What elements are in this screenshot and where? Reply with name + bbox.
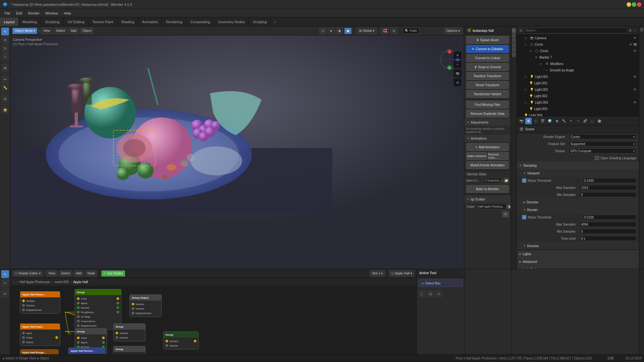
right-strip-btn-3[interactable] xyxy=(512,38,516,42)
node-apple-half-input[interactable]: Apple Half Input... Input Scale Space xyxy=(20,323,60,346)
minimize-button[interactable] xyxy=(627,2,631,7)
render-engine-select[interactable]: Cycles ▾ xyxy=(569,134,636,139)
add-menu-button[interactable]: Add xyxy=(69,28,79,34)
tab-geometry-nodes[interactable]: Geometry Nodes xyxy=(214,17,249,26)
eye-icon-2[interactable]: 👁 xyxy=(628,43,633,46)
outliner-item-light004[interactable]: 💡 Light.004 xyxy=(517,112,639,116)
max-samples-value[interactable]: 1024 xyxy=(580,185,637,190)
convert-editable-button[interactable]: ✎ Convert to Editable xyxy=(466,45,509,53)
tool-cursor[interactable]: ⊕ xyxy=(1,95,9,103)
node-node-menu[interactable]: Node xyxy=(85,270,97,277)
eye-icon[interactable]: 👁 xyxy=(632,36,638,40)
remove-duplicate-button[interactable]: Remove Duplicate Data xyxy=(466,110,509,117)
outliner-item-light002-2[interactable]: 💡 Light.002 xyxy=(517,93,639,99)
select-box-btn[interactable]: ▭ Select Box xyxy=(419,279,463,287)
outliner-search-input[interactable] xyxy=(524,28,628,33)
random-transform-button[interactable]: Random Transform xyxy=(466,72,509,80)
view-menu-button[interactable]: View xyxy=(41,28,52,34)
viewport-shading-wire[interactable]: ⬡ xyxy=(319,28,327,34)
viewport-subsection[interactable]: ▼ Viewport xyxy=(517,169,639,177)
outliner-item-camera[interactable]: ▷ 📷 Camera 👁 xyxy=(517,35,639,41)
min-samples-r-value[interactable]: 0 xyxy=(580,229,637,234)
node-select-menu[interactable]: Select xyxy=(59,270,72,277)
prop-constraints-icon[interactable]: 🔗 xyxy=(582,118,588,124)
prop-output-icon[interactable]: 🖥 xyxy=(525,118,532,124)
maximize-button[interactable] xyxy=(632,2,636,7)
max-samples-r-value[interactable]: 4096 xyxy=(580,222,637,227)
prop-modifier-icon[interactable]: 🔧 xyxy=(561,118,567,124)
tool-move[interactable]: ✛ xyxy=(1,36,9,44)
target-pick-btn[interactable]: ◉ xyxy=(507,204,511,209)
prop-scene-icon[interactable]: 🎬 xyxy=(539,118,546,124)
outliner-item-smooth[interactable]: ~ Smooth by Angle xyxy=(517,67,639,73)
breadcrumb-photoscan[interactable]: Half Apple Photoscan xyxy=(19,280,50,284)
node-add-menu[interactable]: Add xyxy=(74,270,84,277)
zoom-out-btn[interactable]: − xyxy=(454,60,461,68)
object-menu-button[interactable]: Object xyxy=(80,28,94,34)
bake-folder-browse[interactable]: 📁 xyxy=(504,178,509,183)
select-menu-button[interactable]: Select xyxy=(54,28,67,34)
node-group-right[interactable]: Group Surface Volume xyxy=(113,323,146,341)
right-strip-btn-1[interactable] xyxy=(512,28,516,33)
outliner-item-light003-2[interactable]: 💡 Light.003 xyxy=(517,106,639,112)
snap-button[interactable]: 🧲 xyxy=(381,28,389,34)
outliner-item-light003[interactable]: ▷ 💡 Light.003 👁 xyxy=(517,99,639,106)
igt-scatter-section[interactable]: ▼ igt Scatter xyxy=(464,196,511,203)
outliner-item-circle1[interactable]: ▷ ◯ Circle 👁 📷 xyxy=(517,41,639,48)
tool-transform[interactable]: ⊞ xyxy=(1,64,9,72)
tab-scripting[interactable]: Scripting xyxy=(249,17,271,26)
light-paths-header[interactable]: ▶ Light Paths xyxy=(517,265,639,269)
overlay-options[interactable]: Options ▾ xyxy=(444,28,462,34)
mute-unmute-button[interactable]: Mute/Unmute Animation xyxy=(466,161,509,169)
adjustments-section[interactable]: ▼ Adjustments xyxy=(464,119,511,126)
viewport-shading-rendered[interactable]: ◉ xyxy=(344,28,352,34)
open-shading-checkbox[interactable] xyxy=(595,156,599,160)
tab-layout[interactable]: Layout xyxy=(0,17,19,26)
tool-annotate[interactable]: ✏ xyxy=(1,75,9,83)
outliner-item-marble7[interactable]: ● Marble 7 xyxy=(517,54,639,60)
viewport-canvas[interactable]: Camera Perspective (1) Plum | Half Apple… xyxy=(10,35,464,269)
convert-linked-button[interactable]: Convert to Linked xyxy=(466,54,509,62)
breadcrumb-mesh[interactable]: mesh.003 xyxy=(54,280,69,284)
outliner-item-light001-2[interactable]: 💡 Light.001 xyxy=(517,80,639,86)
tab-uv-editing[interactable]: UV Editing xyxy=(64,17,89,26)
outliner-filter-icon[interactable]: ⚙ xyxy=(629,29,632,32)
transform-orientation[interactable]: ⊞ Global ▾ xyxy=(357,28,376,34)
tab-compositing[interactable]: Compositing xyxy=(186,17,214,26)
eye-light2[interactable]: 👁 xyxy=(632,88,638,91)
camera-view-btn[interactable]: 📷 xyxy=(454,70,461,77)
menu-file[interactable]: File xyxy=(2,11,13,16)
menu-window[interactable]: Window xyxy=(43,11,61,16)
prop-physics-icon[interactable]: ⚛ xyxy=(575,118,581,124)
remove-anim-button[interactable]: Remove Anim... xyxy=(488,152,509,160)
outliner-item-light001[interactable]: ▷ 💡 Light.001 👁 xyxy=(517,73,639,80)
close-button[interactable] xyxy=(637,2,641,7)
frame-selected-btn[interactable]: ⊙ xyxy=(454,79,461,86)
lights-section-header[interactable]: ▶ Lights xyxy=(517,250,639,258)
feature-set-select[interactable]: Supported ▾ xyxy=(569,141,636,146)
props-strip-btn[interactable] xyxy=(640,28,643,32)
prop-render-icon[interactable]: 📷 xyxy=(518,118,525,124)
add-animation-button[interactable]: + Add Animation xyxy=(466,143,509,151)
min-samples-value[interactable]: 0 xyxy=(580,192,637,197)
tab-sculpting[interactable]: Sculpting xyxy=(41,17,64,26)
node-tool-select[interactable]: ↖ xyxy=(1,270,9,278)
spawn-asset-button[interactable]: ⬇ Spawn Asset xyxy=(466,36,509,44)
bake-folder-value[interactable]: C:\Users\1\_animations xyxy=(484,178,502,183)
render-icon[interactable]: 📷 xyxy=(633,43,637,46)
viewport-search[interactable]: 🔍 fruits xyxy=(402,28,419,34)
eye-icon-3[interactable]: 👁 xyxy=(632,49,638,53)
right-strip-btn-6[interactable] xyxy=(512,52,516,57)
tool-select[interactable]: ↖ xyxy=(1,28,9,35)
node-editor-type[interactable]: ⬡ Shader Editor ▾ xyxy=(12,270,43,277)
viewport-shading-solid[interactable]: ● xyxy=(328,28,334,34)
reset-transform-button[interactable]: Reset Transform xyxy=(466,81,509,89)
make-instance-button[interactable]: Make Instance xyxy=(466,152,487,160)
add-workspace-button[interactable]: + xyxy=(271,17,279,26)
sampling-header[interactable]: ▼ Sampling xyxy=(517,162,639,169)
prop-material-icon[interactable]: ⬤ xyxy=(596,118,602,124)
home-icon[interactable]: ⌂ xyxy=(13,280,15,284)
tool-mode-btn-1[interactable]: ▷ xyxy=(419,290,426,297)
node-canvas[interactable]: Apple Half Materi... Surface Volume Disp… xyxy=(10,286,416,362)
prop-view-layer-icon[interactable]: ◫ xyxy=(532,118,539,124)
